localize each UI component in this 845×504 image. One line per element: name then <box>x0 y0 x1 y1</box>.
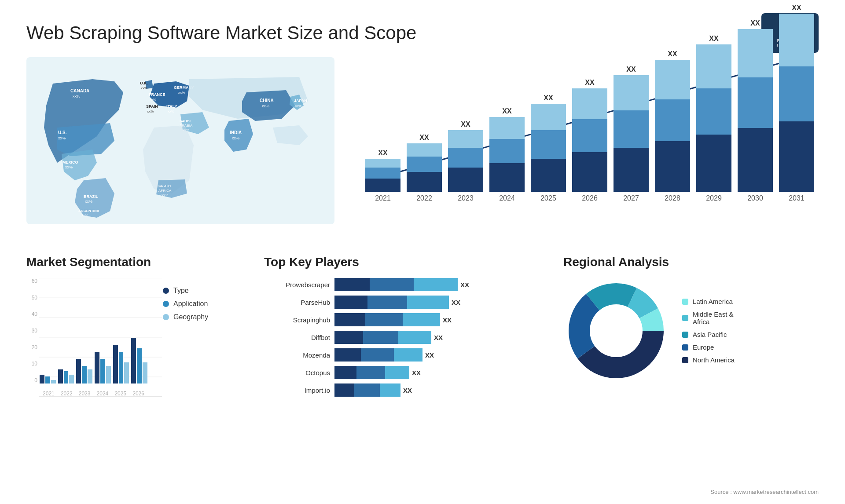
donut-chart <box>563 278 669 383</box>
svg-text:SPAIN: SPAIN <box>146 104 158 109</box>
svg-text:xx%: xx% <box>73 94 80 99</box>
svg-text:BRAZIL: BRAZIL <box>84 194 98 199</box>
svg-text:SAUDI: SAUDI <box>180 119 191 123</box>
svg-text:xx%: xx% <box>65 165 73 169</box>
legend-north-america-dot <box>682 357 688 363</box>
svg-text:SOUTH: SOUTH <box>158 184 171 188</box>
player-parsehub: ParseHub XX <box>264 296 528 309</box>
bar-2027: XX 2027 <box>614 66 649 202</box>
svg-text:xx%: xx% <box>295 104 301 108</box>
player-prowebscraper: Prowebscraper XX <box>264 278 528 291</box>
legend-asia-pacific: Asia Pacific <box>682 331 735 338</box>
bar-2024: XX 2024 <box>489 107 525 202</box>
legend-middle-east: Middle East &Africa <box>682 310 735 325</box>
bar-2026: XX 2026 <box>572 79 607 202</box>
svg-text:INDIA: INDIA <box>230 130 242 135</box>
legend-middle-east-dot <box>682 315 688 321</box>
bar-2028: XX 2028 <box>655 50 690 202</box>
bar-2029: XX 2029 <box>696 35 731 202</box>
svg-text:xx%: xx% <box>85 199 92 204</box>
legend-type: Type <box>163 287 208 295</box>
legend-application: Application <box>163 300 208 308</box>
seg-legend: Type Application Geography <box>163 278 208 321</box>
segmentation-title: Market Segmentation <box>26 255 220 269</box>
svg-text:U.S.: U.S. <box>58 130 67 135</box>
svg-text:xx%: xx% <box>81 213 88 217</box>
legend-latin-america: Latin America <box>682 298 735 305</box>
player-mozenda: Mozenda XX <box>264 348 528 362</box>
player-scrapinghub: Scrapinghub XX <box>264 313 528 326</box>
legend-asia-pacific-dot <box>682 332 688 338</box>
svg-text:xx%: xx% <box>58 136 66 140</box>
seg-y-axis: 60 50 40 30 20 10 0 <box>26 278 37 383</box>
regional-title: Regional Analysis <box>563 255 827 269</box>
source-text: Source : www.marketresearchintellect.com <box>710 489 819 495</box>
svg-text:xx%: xx% <box>262 104 269 108</box>
player-diffbot: Diffbot XX <box>264 331 528 344</box>
legend-type-dot <box>163 288 169 294</box>
map-svg: CANADA xx% U.S. xx% MEXICO xx% BRAZIL xx… <box>26 57 334 224</box>
players-title: Top Key Players <box>264 255 528 269</box>
world-map: CANADA xx% U.S. xx% MEXICO xx% BRAZIL xx… <box>26 57 334 224</box>
bar-2022: XX 2022 <box>407 134 442 202</box>
legend-europe-dot <box>682 344 688 351</box>
svg-point-48 <box>591 305 641 356</box>
svg-text:ARGENTINA: ARGENTINA <box>78 209 99 213</box>
svg-text:xx%: xx% <box>162 193 168 197</box>
legend-geo-dot <box>163 314 169 320</box>
player-importio: Import.io XX <box>264 383 528 397</box>
seg-bars <box>40 278 147 383</box>
svg-text:xx%: xx% <box>168 110 174 113</box>
bar-chart-bars: XX 2021 XX 2022 XX <box>365 70 814 202</box>
bar-2021: XX 2021 <box>365 149 400 202</box>
legend-app-dot <box>163 301 169 307</box>
player-octopus: Octopus XX <box>264 366 528 379</box>
svg-text:xx%: xx% <box>150 98 156 102</box>
bar-2031: XX 2031 <box>779 4 814 202</box>
svg-text:AFRICA: AFRICA <box>158 189 172 193</box>
legend-latin-america-dot <box>682 299 688 305</box>
svg-text:xx%: xx% <box>178 91 185 95</box>
svg-text:xx%: xx% <box>141 86 147 90</box>
svg-text:CANADA: CANADA <box>70 88 89 93</box>
segmentation-section: Market Segmentation 60 50 40 30 20 10 0 <box>0 246 246 504</box>
growth-chart: XX 2021 XX 2022 XX <box>352 44 819 233</box>
legend-europe: Europe <box>682 343 735 351</box>
svg-text:FRANCE: FRANCE <box>149 92 165 97</box>
svg-text:U.K.: U.K. <box>140 81 148 85</box>
regional-legend: Latin America Middle East &Africa Asia P… <box>682 298 735 364</box>
bar-2023: XX 2023 <box>448 121 483 202</box>
svg-text:CHINA: CHINA <box>260 98 274 103</box>
svg-text:xx%: xx% <box>232 136 239 140</box>
svg-text:MEXICO: MEXICO <box>62 160 78 164</box>
players-chart: Prowebscraper XX ParseHub <box>264 278 528 397</box>
legend-north-america: North America <box>682 356 735 364</box>
svg-text:ITALY: ITALY <box>166 104 177 109</box>
svg-text:xx%: xx% <box>147 110 154 113</box>
players-section: Top Key Players Prowebscraper XX ParseHu… <box>246 246 546 504</box>
regional-section: Regional Analysis Lati <box>546 246 845 504</box>
bar-2025: XX 2025 <box>531 94 566 202</box>
legend-geography: Geography <box>163 313 208 321</box>
svg-text:JAPAN: JAPAN <box>294 99 307 103</box>
page-title: Web Scraping Software Market Size and Sc… <box>26 22 416 44</box>
seg-x-axis: 2021 2022 2023 2024 2025 2026 <box>40 391 147 397</box>
bottom-section: Market Segmentation 60 50 40 30 20 10 0 <box>0 246 845 504</box>
donut-area: Latin America Middle East &Africa Asia P… <box>563 278 827 383</box>
bar-2030: XX 2030 <box>738 19 773 202</box>
